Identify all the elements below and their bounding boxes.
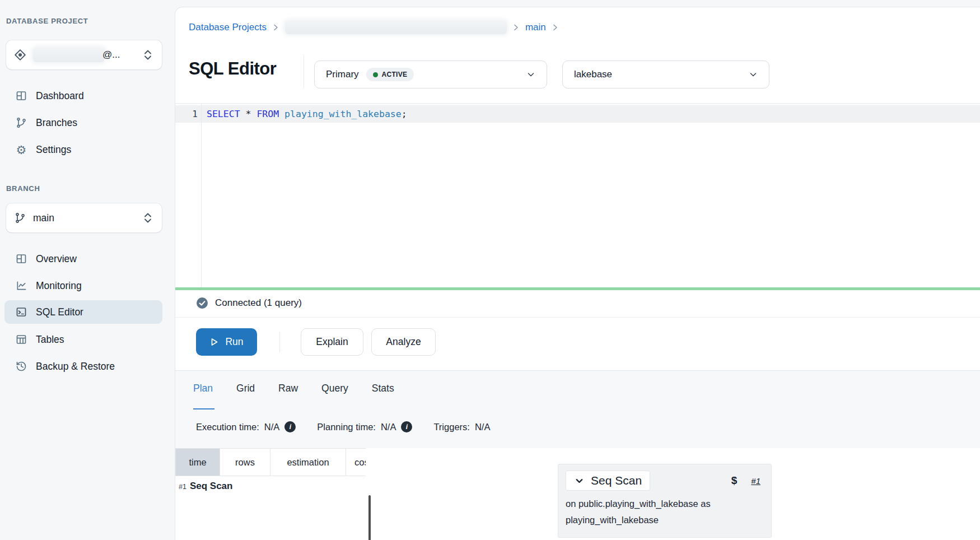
plan-table-row[interactable]: #1 Seq Scan [179,481,232,492]
plan-table-scrollbar[interactable] [366,448,376,540]
tab-stats[interactable]: Stats [372,383,394,394]
project-selector[interactable]: @... [6,40,162,69]
tab-raw[interactable]: Raw [278,383,298,394]
terminal-icon [15,306,27,318]
sidebar-item-overview[interactable]: Overview [4,247,162,271]
status-border [175,317,980,318]
sidebar: DATABASE PROJECT @... Dashboard Branch [0,0,175,540]
sidebar-item-label: Branches [36,117,77,129]
editor-gutter [175,104,202,287]
info-icon[interactable]: i [284,421,296,432]
info-icon[interactable]: i [401,421,412,432]
run-button[interactable]: Run [196,328,257,356]
analyze-button-label: Analyze [386,336,421,348]
plan-row-index: #1 [179,483,186,491]
scrollbar-thumb[interactable] [368,495,371,540]
overview-grid-icon [15,253,27,265]
results-tabs: Plan Grid Raw Query Stats [193,383,394,394]
branch-section-label: BRANCH [6,184,40,193]
check-circle-icon [196,297,208,309]
chevron-down-icon [749,70,758,79]
metric-label: Triggers: [433,422,470,432]
analyze-button[interactable]: Analyze [371,328,436,356]
table-icon [15,333,27,346]
breadcrumb-database-projects[interactable]: Database Projects [189,22,267,33]
page-title: SQL Editor [189,59,276,79]
line-number: 1 [175,105,198,123]
branches-icon [15,117,27,129]
endpoint-dropdown[interactable]: Primary ACTIVE [314,60,547,89]
tab-plan[interactable]: Plan [193,383,213,394]
sidebar-item-settings[interactable]: ⚙ Settings [4,138,162,161]
node-description: on public.playing_with_lakebase as playi… [566,496,764,528]
branch-icon [14,212,26,224]
sidebar-item-label: Backup & Restore [36,361,115,373]
sidebar-item-tables[interactable]: Tables [4,328,162,351]
plan-row-node-name: Seq Scan [190,481,233,492]
active-tab-underline [193,408,214,409]
node-description-line: on public.playing_with_lakebase as [566,496,764,512]
project-name-masked-suffix: @... [102,49,120,60]
breadcrumb: Database Projects main [189,20,558,35]
status-badge: ACTIVE [366,68,414,81]
metric-value: N/A [264,422,280,432]
editor-top-border [175,103,980,104]
metric-value: N/A [381,422,396,432]
green-dot-icon [373,72,378,77]
breadcrumb-project-redacted[interactable] [285,21,507,34]
sidebar-item-backup-restore[interactable]: Backup & Restore [4,355,162,378]
node-collapse-toggle[interactable]: Seq Scan [566,471,650,491]
branch-selector-value: main [33,212,54,224]
chevron-down-icon [574,476,585,486]
planning-time-metric: Planning time: N/A i [317,421,412,432]
plan-metrics: Execution time: N/A i Planning time: N/A… [196,421,490,432]
explain-button[interactable]: Explain [301,328,363,356]
sidebar-item-sql-editor[interactable]: SQL Editor [4,300,162,324]
chevron-down-icon [526,70,535,79]
sidebar-item-label: Overview [36,253,77,265]
sidebar-item-label: SQL Editor [36,306,83,318]
node-ref-link[interactable]: #1 [751,476,760,486]
connection-status-text: Connected (1 query) [215,297,302,309]
branch-selector[interactable]: main [6,203,162,232]
title-divider [304,55,304,88]
node-cost-symbol: $ [731,474,738,487]
chevron-right-icon [273,24,279,31]
sql-keyword: FROM [256,109,279,119]
sql-keyword: SELECT [207,109,240,119]
history-clock-icon [15,360,27,373]
connection-status-row: Connected (1 query) [196,292,302,314]
explain-button-label: Explain [316,336,348,348]
sidebar-item-label: Tables [36,334,64,346]
database-project-section-label: DATABASE PROJECT [6,17,88,25]
metric-value: N/A [475,422,491,432]
breadcrumb-branch-main[interactable]: main [525,22,546,33]
sidebar-item-monitoring[interactable]: Monitoring [4,274,162,297]
database-name: lakebase [574,69,612,80]
column-header-estimation[interactable]: estimation [270,448,346,476]
code-editor[interactable]: SELECT * FROM playing_with_lakebase; [207,105,407,123]
column-header-rows[interactable]: rows [220,448,270,476]
execution-time-metric: Execution time: N/A i [196,421,296,432]
tab-query[interactable]: Query [321,383,348,394]
metric-label: Execution time: [196,422,259,432]
column-header-time[interactable]: time [175,448,220,476]
status-badge-label: ACTIVE [382,71,408,78]
tab-grid[interactable]: Grid [236,383,255,394]
sidebar-item-label: Monitoring [36,280,82,292]
chevron-right-icon [513,24,519,31]
sidebar-item-dashboard[interactable]: Dashboard [4,84,162,108]
node-title: Seq Scan [591,474,642,487]
database-dropdown[interactable]: lakebase [562,60,769,89]
main-panel: Database Projects main SQL Editor Primar… [175,7,980,540]
app-window: DATABASE PROJECT @... Dashboard Branch [0,0,980,540]
connection-status-bar [175,287,980,290]
run-button-label: Run [225,336,243,348]
column-header-cost[interactable]: cost [346,448,367,476]
project-target-icon [14,49,26,61]
sidebar-item-branches[interactable]: Branches [4,111,162,134]
line-chart-icon [15,280,27,292]
sidebar-item-label: Dashboard [36,90,84,102]
node-description-line: playing_with_lakebase [566,512,764,528]
sql-operator: * [240,109,257,119]
